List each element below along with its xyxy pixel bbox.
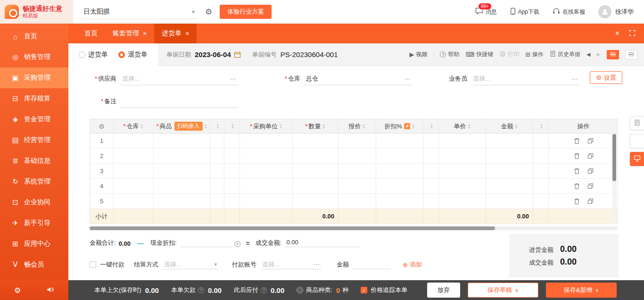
table-cell[interactable] <box>339 149 376 163</box>
sort-icon[interactable] <box>468 124 471 129</box>
close-all-icon[interactable]: × <box>615 29 619 38</box>
sidebar-item-system[interactable]: ↻系统管理 <box>0 171 68 192</box>
hotkey-button[interactable]: ⌨快捷键 <box>465 50 493 58</box>
link-button[interactable] <box>630 134 644 148</box>
pay-account-input[interactable]: 选择...⋯ <box>260 260 322 269</box>
more-icon[interactable]: ⋯ <box>405 75 411 83</box>
table-cell[interactable] <box>486 194 533 208</box>
delete-row-icon[interactable] <box>574 153 580 159</box>
table-cell[interactable] <box>486 179 533 193</box>
col-unit[interactable]: 采购单位 <box>240 119 293 133</box>
table-cell[interactable] <box>339 194 376 208</box>
next-arrow-icon[interactable]: ▶ <box>597 51 601 58</box>
deal-amount-input[interactable]: 0.00 <box>284 238 360 247</box>
more-icon[interactable]: ⋯ <box>571 75 578 83</box>
table-cell[interactable] <box>114 194 154 208</box>
table-cell[interactable] <box>224 164 240 178</box>
sort-icon[interactable] <box>279 124 282 129</box>
copy-row-icon[interactable] <box>587 168 594 174</box>
table-cell[interactable] <box>533 133 549 148</box>
trial-plan-button[interactable]: 体验行业方案 <box>220 5 272 19</box>
table-cell[interactable] <box>154 179 210 193</box>
table-cell[interactable] <box>293 179 339 193</box>
tab-account-books[interactable]: 账套管理× <box>105 24 154 43</box>
table-cell[interactable] <box>210 179 224 193</box>
close-tab-icon[interactable]: × <box>185 30 189 37</box>
doc-date-value[interactable]: 2023-06-04 <box>195 50 231 58</box>
sidebar-item-member[interactable]: Ⅴ畅会员 <box>0 254 68 275</box>
app-download-button[interactable]: App下载 <box>510 8 539 17</box>
table-cell[interactable] <box>339 179 376 193</box>
close-tab-icon[interactable]: × <box>143 30 147 37</box>
table-cell[interactable] <box>114 164 154 178</box>
sidebar-item-sales[interactable]: ◎销售管理 <box>0 47 68 67</box>
table-cell[interactable] <box>423 194 439 208</box>
sort-icon[interactable] <box>540 124 543 129</box>
table-cell[interactable] <box>423 164 439 178</box>
table-cell[interactable] <box>240 133 293 148</box>
delete-row-icon[interactable] <box>574 183 580 190</box>
prev-arrow-icon[interactable]: ◀ <box>586 51 590 58</box>
col-amount[interactable]: 金额 <box>486 119 533 133</box>
user-menu[interactable]: 徐泽华 <box>598 5 634 18</box>
settle-method-select[interactable]: 选择...▾ <box>162 260 219 269</box>
sort-icon[interactable] <box>430 124 433 129</box>
add-payment-button[interactable]: ⊕添加 <box>403 260 422 269</box>
one-click-pay-checkbox[interactable] <box>90 261 96 268</box>
fullscreen-icon[interactable] <box>629 30 636 38</box>
column-settings-icon[interactable]: ⚙ <box>99 123 105 130</box>
abandon-button[interactable]: 放弃 <box>427 283 460 298</box>
table-cell[interactable] <box>210 164 224 178</box>
supplier-input[interactable]: 选择...⋯ <box>120 73 238 85</box>
announcement-icon[interactable] <box>47 286 54 294</box>
table-cell[interactable] <box>224 194 240 208</box>
col-quote[interactable]: 报价 <box>339 119 376 133</box>
table-cell[interactable] <box>240 164 293 178</box>
col-discount[interactable]: 折扣% <box>376 119 423 133</box>
save-draft-button[interactable]: 保存草稿∧ <box>468 283 538 298</box>
price-track-checkbox[interactable] <box>361 287 367 293</box>
table-cell[interactable] <box>339 164 376 178</box>
table-cell[interactable] <box>114 133 154 148</box>
help-button[interactable]: 帮助 <box>440 50 459 58</box>
delete-row-icon[interactable] <box>574 168 580 175</box>
sort-icon[interactable] <box>204 124 207 129</box>
table-cell[interactable] <box>439 164 486 178</box>
table-cell[interactable] <box>293 194 339 208</box>
save-and-new-button[interactable]: 保存&新增∧ <box>546 283 617 298</box>
scan-entry-button[interactable]: 扫码录入 <box>174 122 203 131</box>
table-cell[interactable] <box>486 149 533 163</box>
online-service-button[interactable]: 在线客服 <box>553 8 585 16</box>
sort-icon[interactable] <box>322 124 326 129</box>
sidebar-item-inventory[interactable]: ⊟库存核算 <box>0 88 68 109</box>
detail-view-toggle[interactable] <box>625 50 637 59</box>
sidebar-item-funds[interactable]: ◈资金管理 <box>0 109 68 130</box>
help-icon[interactable] <box>261 287 267 293</box>
tab-purchase-order[interactable]: 进货单× <box>154 24 197 43</box>
table-cell[interactable] <box>114 179 154 193</box>
salesman-input[interactable]: 选择...⋯ <box>471 73 579 85</box>
col-qty[interactable]: 数量 <box>293 119 339 133</box>
sort-icon[interactable] <box>515 124 518 129</box>
radio-return-order[interactable]: 退货单 <box>118 50 148 59</box>
horizontal-scrollbar-thumb[interactable] <box>90 226 495 230</box>
copy-row-icon[interactable] <box>587 198 594 204</box>
radio-purchase-order[interactable]: 进货单 <box>79 50 108 59</box>
sort-icon[interactable] <box>231 124 234 129</box>
table-cell[interactable] <box>210 133 224 148</box>
gear-icon[interactable]: ⚙ <box>205 7 212 17</box>
table-cell[interactable] <box>486 133 533 148</box>
table-cell[interactable] <box>376 194 423 208</box>
table-cell[interactable] <box>293 133 339 148</box>
sidebar-item-collab[interactable]: ⊡企业协同 <box>0 192 68 213</box>
messages-button[interactable]: 99+ 消息 <box>475 8 497 16</box>
cash-discount-input[interactable] <box>180 238 231 247</box>
delete-row-icon[interactable] <box>574 198 580 205</box>
table-cell[interactable] <box>533 194 549 208</box>
table-cell[interactable] <box>154 149 210 163</box>
table-cell[interactable] <box>154 164 210 178</box>
table-cell[interactable] <box>154 133 210 148</box>
table-cell[interactable] <box>533 149 549 163</box>
delete-row-icon[interactable] <box>574 138 580 144</box>
remark-input[interactable] <box>120 95 238 108</box>
